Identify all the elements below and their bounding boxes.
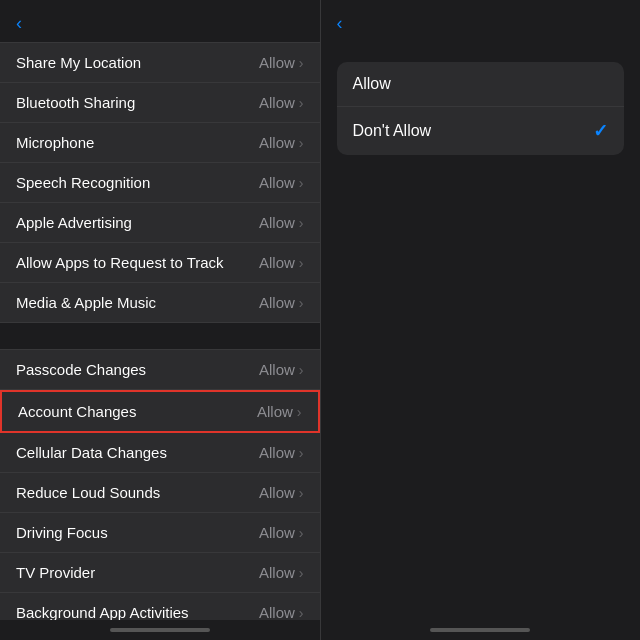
right-content: Allow Don't Allow ✓ xyxy=(321,42,641,620)
chevron-right-icon-media-apple-music: › xyxy=(299,295,304,311)
item-value-driving-focus: Allow xyxy=(259,524,295,541)
right-options-list: Allow Don't Allow ✓ xyxy=(337,62,625,155)
item-label-microphone: Microphone xyxy=(16,134,94,151)
right-back-chevron-icon: ‹ xyxy=(337,14,343,32)
item-right-driving-focus: Allow › xyxy=(259,524,304,541)
left-nav-bar: ‹ xyxy=(0,0,320,42)
item-right-cellular-data-changes: Allow › xyxy=(259,444,304,461)
list-item-media-apple-music[interactable]: Media & Apple Music Allow › xyxy=(0,283,320,323)
chevron-right-icon-bluetooth-sharing: › xyxy=(299,95,304,111)
item-label-reduce-loud-sounds: Reduce Loud Sounds xyxy=(16,484,160,501)
right-back-button[interactable]: ‹ xyxy=(337,14,345,32)
item-value-account-changes: Allow xyxy=(257,403,293,420)
option-label-allow: Allow xyxy=(353,75,391,93)
list-item-microphone[interactable]: Microphone Allow › xyxy=(0,123,320,163)
option-item-dont-allow[interactable]: Don't Allow ✓ xyxy=(337,107,625,155)
list-item-bluetooth-sharing[interactable]: Bluetooth Sharing Allow › xyxy=(0,83,320,123)
item-label-background-app-activities: Background App Activities xyxy=(16,604,189,620)
item-right-reduce-loud-sounds: Allow › xyxy=(259,484,304,501)
list-item-apple-advertising[interactable]: Apple Advertising Allow › xyxy=(0,203,320,243)
item-right-apple-advertising: Allow › xyxy=(259,214,304,231)
list-item-tv-provider[interactable]: TV Provider Allow › xyxy=(0,553,320,593)
list-item-share-my-location[interactable]: Share My Location Allow › xyxy=(0,42,320,83)
changes-items-group: Passcode Changes Allow › Account Changes… xyxy=(0,349,320,620)
list-item-driving-focus[interactable]: Driving Focus Allow › xyxy=(0,513,320,553)
chevron-right-icon-background-app-activities: › xyxy=(299,605,304,621)
item-right-tv-provider: Allow › xyxy=(259,564,304,581)
chevron-right-icon-account-changes: › xyxy=(297,404,302,420)
chevron-right-icon-allow-apps-to-request: › xyxy=(299,255,304,271)
item-label-tv-provider: TV Provider xyxy=(16,564,95,581)
top-items-group: Share My Location Allow › Bluetooth Shar… xyxy=(0,42,320,323)
item-value-allow-apps-to-request: Allow xyxy=(259,254,295,271)
item-label-cellular-data-changes: Cellular Data Changes xyxy=(16,444,167,461)
item-value-speech-recognition: Allow xyxy=(259,174,295,191)
item-right-background-app-activities: Allow › xyxy=(259,604,304,620)
chevron-right-icon-apple-advertising: › xyxy=(299,215,304,231)
item-value-share-my-location: Allow xyxy=(259,54,295,71)
left-panel: ‹ Share My Location Allow › Bluetooth Sh… xyxy=(0,0,320,640)
right-home-indicator xyxy=(321,620,641,640)
item-label-speech-recognition: Speech Recognition xyxy=(16,174,150,191)
item-value-tv-provider: Allow xyxy=(259,564,295,581)
left-home-indicator xyxy=(0,620,320,640)
item-right-allow-apps-to-request: Allow › xyxy=(259,254,304,271)
checkmark-icon-dont-allow: ✓ xyxy=(593,120,608,142)
right-panel: ‹ Allow Don't Allow ✓ xyxy=(321,0,641,640)
list-item-cellular-data-changes[interactable]: Cellular Data Changes Allow › xyxy=(0,433,320,473)
option-label-dont-allow: Don't Allow xyxy=(353,122,432,140)
item-label-driving-focus: Driving Focus xyxy=(16,524,108,541)
list-item-speech-recognition[interactable]: Speech Recognition Allow › xyxy=(0,163,320,203)
item-right-speech-recognition: Allow › xyxy=(259,174,304,191)
chevron-right-icon-speech-recognition: › xyxy=(299,175,304,191)
item-label-allow-apps-to-request: Allow Apps to Request to Track xyxy=(16,254,224,271)
allow-changes-header xyxy=(0,323,320,349)
item-value-background-app-activities: Allow xyxy=(259,604,295,620)
item-value-media-apple-music: Allow xyxy=(259,294,295,311)
item-value-bluetooth-sharing: Allow xyxy=(259,94,295,111)
chevron-right-icon-cellular-data-changes: › xyxy=(299,445,304,461)
item-right-media-apple-music: Allow › xyxy=(259,294,304,311)
item-value-apple-advertising: Allow xyxy=(259,214,295,231)
chevron-right-icon-reduce-loud-sounds: › xyxy=(299,485,304,501)
item-value-microphone: Allow xyxy=(259,134,295,151)
left-home-bar xyxy=(110,628,210,632)
list-item-reduce-loud-sounds[interactable]: Reduce Loud Sounds Allow › xyxy=(0,473,320,513)
left-back-chevron-icon: ‹ xyxy=(16,14,22,32)
chevron-right-icon-microphone: › xyxy=(299,135,304,151)
chevron-right-icon-tv-provider: › xyxy=(299,565,304,581)
right-nav-bar: ‹ xyxy=(321,0,641,42)
list-item-allow-apps-to-request[interactable]: Allow Apps to Request to Track Allow › xyxy=(0,243,320,283)
item-label-apple-advertising: Apple Advertising xyxy=(16,214,132,231)
item-right-microphone: Allow › xyxy=(259,134,304,151)
left-back-button[interactable]: ‹ xyxy=(16,14,24,32)
chevron-right-icon-driving-focus: › xyxy=(299,525,304,541)
left-list-container: Share My Location Allow › Bluetooth Shar… xyxy=(0,42,320,620)
right-home-bar xyxy=(430,628,530,632)
item-value-cellular-data-changes: Allow xyxy=(259,444,295,461)
item-right-account-changes: Allow › xyxy=(257,403,302,420)
item-label-share-my-location: Share My Location xyxy=(16,54,141,71)
options-group: Allow Don't Allow ✓ xyxy=(337,62,625,155)
item-label-passcode-changes: Passcode Changes xyxy=(16,361,146,378)
list-item-account-changes[interactable]: Account Changes Allow › xyxy=(0,390,320,433)
item-label-bluetooth-sharing: Bluetooth Sharing xyxy=(16,94,135,111)
item-right-bluetooth-sharing: Allow › xyxy=(259,94,304,111)
item-value-reduce-loud-sounds: Allow xyxy=(259,484,295,501)
option-item-allow[interactable]: Allow xyxy=(337,62,625,107)
list-item-background-app-activities[interactable]: Background App Activities Allow › xyxy=(0,593,320,620)
item-label-media-apple-music: Media & Apple Music xyxy=(16,294,156,311)
item-label-account-changes: Account Changes xyxy=(18,403,136,420)
chevron-right-icon-passcode-changes: › xyxy=(299,362,304,378)
list-item-passcode-changes[interactable]: Passcode Changes Allow › xyxy=(0,349,320,390)
item-right-passcode-changes: Allow › xyxy=(259,361,304,378)
chevron-right-icon-share-my-location: › xyxy=(299,55,304,71)
item-right-share-my-location: Allow › xyxy=(259,54,304,71)
item-value-passcode-changes: Allow xyxy=(259,361,295,378)
